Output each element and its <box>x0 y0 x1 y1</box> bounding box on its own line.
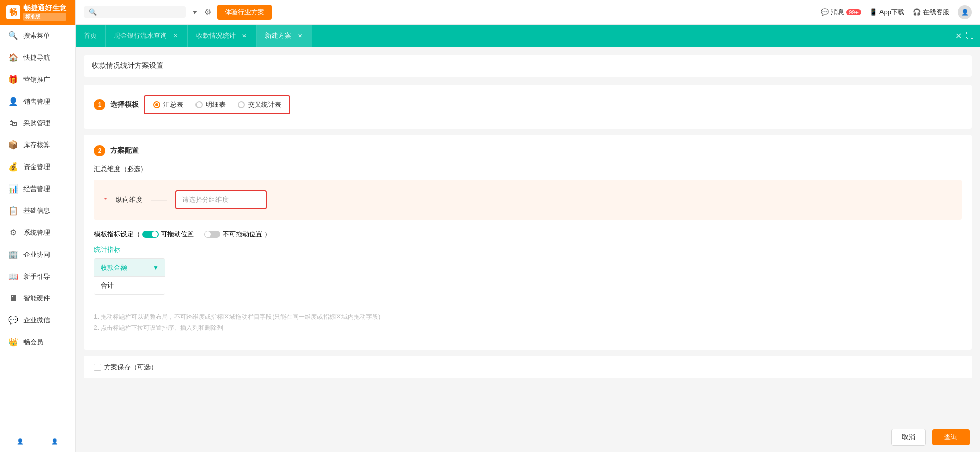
doc-icon: 📋 <box>8 206 18 216</box>
metrics-title-suffix: ） <box>264 230 271 239</box>
sidebar-item-system[interactable]: ⚙ 系统管理 <box>0 222 75 244</box>
logo-text: 畅捷通好生意 标准版 <box>23 4 66 21</box>
close-window-icon[interactable]: ✕ <box>955 31 962 41</box>
save-option-checkbox-group[interactable]: 方案保存（可选） <box>94 363 157 372</box>
arrow-icon: —— <box>151 195 167 204</box>
sidebar-item-label: 快捷导航 <box>23 53 50 62</box>
book-icon: 📖 <box>8 272 18 281</box>
sidebar-item-label: 智能硬件 <box>23 294 50 303</box>
dropdown-button[interactable]: ▼ <box>192 9 198 16</box>
save-option-checkbox[interactable] <box>94 364 101 371</box>
tab-bank-flow-close[interactable]: ✕ <box>171 32 179 40</box>
radio-summary[interactable]: 汇总表 <box>153 100 183 109</box>
tips-area: 1. 拖动标题栏可以调整布局，不可跨维度或指标区域拖动栏目字段(只能在同一维度或… <box>94 305 962 340</box>
tab-home[interactable]: 首页 <box>76 25 106 47</box>
trial-button[interactable]: 体验行业方案 <box>217 5 272 20</box>
tab-new-plan-label: 新建方案 <box>265 31 291 40</box>
message-icon: 💬 <box>821 8 829 16</box>
search-input[interactable] <box>100 9 172 16</box>
app-download-label: App下载 <box>879 8 904 17</box>
radio-summary-label: 汇总表 <box>163 100 183 109</box>
tab-new-plan[interactable]: 新建方案 ✕ <box>257 25 312 47</box>
tips-row-1: 1. 拖动标题栏可以调整布局，不可跨维度或指标区域拖动栏目字段(只能在同一维度或… <box>94 312 962 323</box>
maximize-icon[interactable]: ⛶ <box>966 31 974 40</box>
bottom-btn-2[interactable]: 👤 <box>39 435 71 448</box>
message-badge: 99+ <box>846 9 861 15</box>
sidebar-item-hardware[interactable]: 🖥 智能硬件 <box>0 288 75 309</box>
topbar: 🔍 ▼ ⚙ 体验行业方案 💬 消息 99+ 📱 App下载 🎧 在线客服 👤 <box>76 0 980 25</box>
message-btn[interactable]: 💬 消息 99+ <box>821 8 861 17</box>
bottom-btn-1[interactable]: 👤 <box>4 435 37 448</box>
crown-icon: 👑 <box>8 337 18 347</box>
save-option-bar: 方案保存（可选） <box>84 356 972 378</box>
query-button[interactable]: 查询 <box>932 429 970 445</box>
online-service-btn[interactable]: 🎧 在线客服 <box>913 8 949 17</box>
money-icon: 💰 <box>8 162 18 172</box>
sidebar-item-finance[interactable]: 💰 资金管理 <box>0 156 75 178</box>
radio-cross-label: 交叉统计表 <box>248 100 281 109</box>
sidebar-item-sales[interactable]: 👤 销售管理 <box>0 90 75 112</box>
vertical-dim-label: 纵向维度 <box>116 195 142 204</box>
radio-detail[interactable]: 明细表 <box>195 100 226 109</box>
template-radio-group: 汇总表 明细表 交叉统计表 <box>144 95 290 114</box>
non-draggable-indicator: 不可拖动位置 <box>204 230 262 239</box>
sidebar-item-marketing[interactable]: 🎁 营销推广 <box>0 68 75 90</box>
user-avatar[interactable]: 👤 <box>958 5 972 19</box>
metrics-header-label: 收款金额 <box>101 263 127 272</box>
sidebar-logo: 畅 畅捷通好生意 标准版 <box>0 0 75 25</box>
sidebar-item-label: 基础信息 <box>23 206 50 216</box>
sidebar: 畅 畅捷通好生意 标准版 🔍 搜索菜单 🏠 快捷导航 🎁 营销推广 👤 销售管理… <box>0 0 76 452</box>
cancel-button[interactable]: 取消 <box>891 429 926 446</box>
topbar-right: 💬 消息 99+ 📱 App下载 🎧 在线客服 👤 <box>821 5 972 19</box>
sidebar-item-label: 企业协同 <box>23 250 50 259</box>
settings-icon[interactable]: ⚙ <box>204 7 211 17</box>
tab-new-plan-close[interactable]: ✕ <box>296 32 304 40</box>
step2-num: 2 <box>94 145 105 156</box>
sidebar-item-search-menu[interactable]: 🔍 搜索菜单 <box>0 25 75 46</box>
monitor-icon: 🖥 <box>8 294 18 303</box>
window-controls: ✕ ⛶ <box>949 25 980 47</box>
radio-detail-label: 明细表 <box>206 100 226 109</box>
chevron-down-icon: ▼ <box>192 9 198 16</box>
tab-bank-flow[interactable]: 现金银行流水查询 ✕ <box>106 25 188 47</box>
chevron-down-icon: ▼ <box>153 264 159 271</box>
non-draggable-label: 不可拖动位置 <box>223 230 262 239</box>
sidebar-item-purchase[interactable]: 🛍 采购管理 <box>0 112 75 134</box>
tab-receipt-stats-close[interactable]: ✕ <box>240 32 248 40</box>
metrics-label-row: 模板指标设定（ 可拖动位置 不可拖动位置 ） <box>94 230 962 239</box>
step1-card: 1 选择模板 汇总表 明细表 交叉统计表 <box>84 85 972 129</box>
metrics-title: 模板指标设定（ <box>94 230 140 239</box>
metrics-table-row-total: 合计 <box>94 277 165 294</box>
search-box[interactable]: 🔍 <box>84 6 186 18</box>
gift-icon: 🎁 <box>8 75 18 84</box>
tab-bank-flow-label: 现金银行流水查询 <box>114 31 167 40</box>
sidebar-item-operations[interactable]: 📊 经营管理 <box>0 178 75 200</box>
sidebar-item-label: 新手引导 <box>23 272 50 281</box>
tab-receipt-stats[interactable]: 收款情况统计 ✕ <box>188 25 257 47</box>
sidebar-item-guide[interactable]: 📖 新手引导 <box>0 266 75 288</box>
metrics-table-header: 收款金额 ▼ <box>94 259 165 277</box>
app-download-btn[interactable]: 📱 App下载 <box>869 8 904 17</box>
radio-summary-circle <box>153 101 160 108</box>
sidebar-item-basic-info[interactable]: 📋 基础信息 <box>0 200 75 222</box>
chat-icon: 💬 <box>8 315 18 325</box>
radio-cross[interactable]: 交叉统计表 <box>238 100 281 109</box>
sidebar-item-inventory[interactable]: 📦 库存核算 <box>0 134 75 156</box>
building-icon: 🏢 <box>8 250 18 259</box>
sidebar-item-quick-nav[interactable]: 🏠 快捷导航 <box>0 46 75 68</box>
user-icon: 👤 <box>8 97 18 106</box>
sidebar-item-member[interactable]: 👑 畅会员 <box>0 331 75 353</box>
sidebar-item-enterprise[interactable]: 🏢 企业协同 <box>0 244 75 266</box>
dimension-row: * 纵向维度 —— 请选择分组维度 <box>104 190 951 209</box>
step2-card: 2 方案配置 汇总维度（必选） * 纵向维度 —— 请选择分组维度 模板指标设定… <box>84 135 972 350</box>
dimension-placeholder: 请选择分组维度 <box>182 196 229 203</box>
sidebar-item-label: 畅会员 <box>23 338 43 347</box>
message-label: 消息 <box>831 8 844 17</box>
required-marker: * <box>104 196 107 204</box>
dimension-select[interactable]: 请选择分组维度 <box>175 190 267 209</box>
sidebar-item-label: 采购管理 <box>23 118 50 128</box>
sidebar-item-weixin[interactable]: 💬 企业微信 <box>0 309 75 331</box>
footer-bar: 取消 查询 <box>76 422 980 452</box>
sidebar-item-label: 搜索菜单 <box>23 31 50 40</box>
tabbar: 首页 现金银行流水查询 ✕ 收款情况统计 ✕ 新建方案 ✕ ✕ ⛶ <box>76 25 980 47</box>
